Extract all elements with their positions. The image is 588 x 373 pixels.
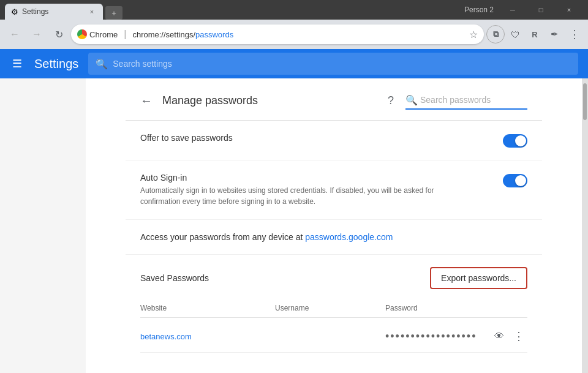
saved-passwords-section: Saved Passwords Export passwords... Webs… bbox=[126, 255, 542, 365]
show-password-button[interactable]: 👁 bbox=[491, 328, 508, 345]
settings-search-input[interactable] bbox=[113, 59, 571, 69]
settings-tab[interactable]: ⚙ Settings × bbox=[5, 4, 103, 20]
title-bar: ⚙ Settings × + Person 2 ─ □ × bbox=[0, 0, 588, 20]
help-button[interactable]: ? bbox=[381, 91, 401, 110]
access-text: Access your passwords from any device at bbox=[140, 232, 303, 242]
hamburger-menu-button[interactable]: ☰ bbox=[10, 55, 24, 73]
pen-icon[interactable]: ✒ bbox=[545, 25, 564, 43]
access-passwords-row: Access your passwords from any device at… bbox=[126, 220, 542, 255]
address-bar-row: ← → ↻ Chrome | chrome://settings/passwor… bbox=[0, 20, 588, 49]
auto-signin-desc: Automatically sign in to websites using … bbox=[140, 185, 447, 207]
maximize-button[interactable]: □ bbox=[527, 0, 555, 20]
auto-signin-toggle[interactable] bbox=[503, 174, 527, 187]
website-link[interactable]: betanews.com bbox=[140, 332, 192, 341]
manage-passwords-title: Manage passwords bbox=[162, 94, 381, 107]
passwords-table-header: Website Username Password bbox=[140, 299, 527, 318]
search-passwords-area[interactable]: 🔍 bbox=[405, 92, 527, 110]
bookmark-icon[interactable]: ☆ bbox=[469, 29, 478, 40]
r-icon[interactable]: R bbox=[526, 25, 544, 43]
chrome-label: Chrome bbox=[89, 30, 118, 39]
passwords-google-link[interactable]: passwords.google.com bbox=[305, 232, 393, 242]
export-passwords-button[interactable]: Export passwords... bbox=[430, 267, 527, 289]
username-column-header: Username bbox=[275, 304, 385, 312]
password-column-header: Password bbox=[385, 304, 491, 312]
back-button[interactable]: ← bbox=[5, 24, 24, 44]
settings-search-icon: 🔍 bbox=[96, 58, 108, 70]
offer-to-save-info: Offer to save passwords bbox=[140, 133, 503, 143]
main-area: ← Manage passwords ? 🔍 Offer to save pas… bbox=[0, 78, 588, 373]
tab-title: Settings bbox=[22, 7, 83, 16]
website-cell: betanews.com bbox=[140, 332, 275, 341]
settings-header: ☰ Settings 🔍 bbox=[0, 49, 588, 78]
person-label: Person 2 bbox=[464, 6, 494, 14]
reload-button[interactable]: ↻ bbox=[49, 24, 69, 44]
tab-bar: ⚙ Settings × + bbox=[5, 0, 464, 20]
tab-icon: ⚙ bbox=[11, 7, 18, 17]
extensions-icon[interactable]: ⧉ bbox=[486, 25, 505, 43]
tab-close-button[interactable]: × bbox=[87, 7, 97, 17]
close-button[interactable]: × bbox=[555, 0, 583, 20]
forward-button[interactable]: → bbox=[27, 24, 47, 44]
toolbar-icons: ⧉ 🛡 R ✒ ⋮ bbox=[486, 25, 583, 43]
actions-column-header bbox=[491, 304, 527, 312]
offer-to-save-label: Offer to save passwords bbox=[140, 133, 503, 143]
passwords-header: ← Manage passwords ? 🔍 bbox=[126, 78, 542, 121]
offer-to-save-toggle[interactable] bbox=[503, 134, 527, 148]
table-row: betanews.com •••••••••••••••••• 👁 ⋮ bbox=[140, 320, 527, 353]
website-column-header: Website bbox=[140, 304, 275, 312]
search-passwords-icon: 🔍 bbox=[405, 94, 418, 106]
address-bar[interactable]: Chrome | chrome://settings/passwords ☆ bbox=[71, 24, 484, 44]
saved-passwords-title: Saved Passwords bbox=[140, 273, 430, 283]
password-cell: •••••••••••••••••• bbox=[385, 330, 491, 343]
sidebar bbox=[0, 78, 86, 373]
password-dots: •••••••••••••••••• bbox=[385, 330, 477, 342]
menu-icon[interactable]: ⋮ bbox=[565, 25, 583, 43]
address-text: chrome://settings/passwords bbox=[132, 30, 466, 39]
minimize-button[interactable]: ─ bbox=[499, 0, 527, 20]
shield-icon[interactable]: 🛡 bbox=[506, 25, 524, 43]
auto-signin-label: Auto Sign-in bbox=[140, 173, 503, 183]
window-controls: ─ □ × bbox=[499, 0, 583, 20]
saved-header: Saved Passwords Export passwords... bbox=[140, 267, 527, 289]
chrome-logo-icon bbox=[77, 29, 87, 39]
content-area: ← Manage passwords ? 🔍 Offer to save pas… bbox=[86, 78, 582, 373]
offer-to-save-row: Offer to save passwords bbox=[126, 121, 542, 160]
new-tab-button[interactable]: + bbox=[105, 6, 123, 20]
back-to-settings-button[interactable]: ← bbox=[140, 94, 153, 108]
row-actions: 👁 ⋮ bbox=[491, 328, 527, 345]
auto-signin-info: Auto Sign-in Automatically sign in to we… bbox=[140, 173, 503, 207]
auto-signin-row: Auto Sign-in Automatically sign in to we… bbox=[126, 160, 542, 220]
search-passwords-input[interactable] bbox=[420, 95, 527, 105]
settings-search-bar[interactable]: 🔍 bbox=[88, 53, 578, 75]
scrollbar-thumb[interactable] bbox=[583, 83, 587, 120]
passwords-content: ← Manage passwords ? 🔍 Offer to save pas… bbox=[126, 78, 542, 365]
settings-page-title: Settings bbox=[34, 57, 78, 71]
more-options-button[interactable]: ⋮ bbox=[510, 328, 527, 345]
scrollbar[interactable] bbox=[582, 78, 588, 373]
